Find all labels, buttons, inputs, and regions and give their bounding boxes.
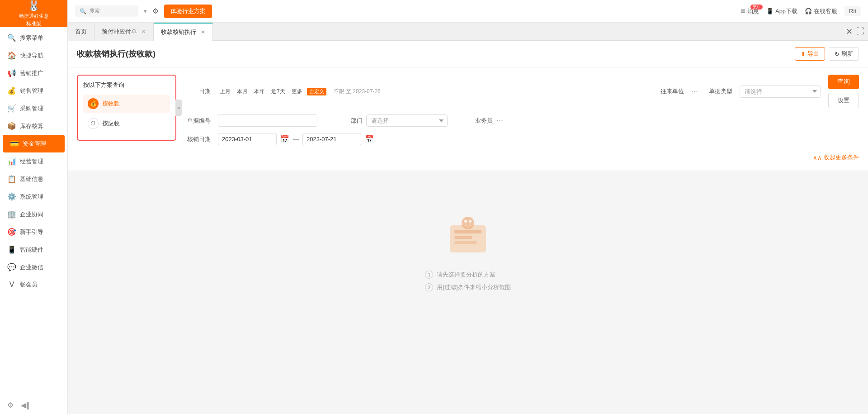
nav-icon-hardware: 📱 [7, 245, 16, 254]
empty-hint-1: 1 请先选择要分析的方案 [425, 271, 510, 279]
date-7days[interactable]: 近7天 [269, 87, 287, 96]
dropdown-icon[interactable]: ▾ [144, 8, 147, 14]
tabbar-expand-icon[interactable]: ⛶ [856, 27, 864, 36]
svg-rect-1 [454, 230, 481, 233]
sidebar-item-basic[interactable]: 📋基础信息 [0, 170, 67, 188]
collapse-more-label: 收起更多条件 [824, 153, 859, 162]
settings-button[interactable]: 设置 [828, 93, 859, 108]
sidebar-item-enterprise[interactable]: 🏢企业协同 [0, 205, 67, 223]
service-icon: 🎧 [805, 8, 812, 14]
date-more[interactable]: 更多 [290, 87, 304, 96]
filter-option-by-payable[interactable]: ⏱ 按应收 [83, 114, 170, 133]
collapse-more-btn[interactable]: ∧∧ 收起更多条件 [184, 152, 859, 163]
nav-icon-inventory: 📦 [7, 122, 16, 130]
hint-num-2: 2 [425, 283, 433, 291]
nav-label-marketing: 营销推广 [20, 69, 43, 77]
nav-icon-guide: 🎯 [7, 228, 16, 236]
date-shortcuts: 上月 本月 本年 近7天 更多 自定义 [218, 87, 326, 96]
sidebar-item-inventory[interactable]: 📦库存核算 [0, 117, 67, 135]
hint-2-text: 用[过滤]条件来缩小分析范围 [437, 283, 510, 291]
nav-label-inventory: 库存核算 [20, 122, 43, 130]
search-icon: 🔍 [80, 8, 86, 14]
hint-num-1: 1 [425, 271, 433, 279]
sidebar-item-guide[interactable]: 🎯新手引导 [0, 223, 67, 241]
sidebar-item-marketing[interactable]: 📢营销推广 [0, 64, 67, 82]
message-button[interactable]: ✉ 消息 99+ [741, 7, 759, 15]
message-icon: ✉ [741, 8, 745, 14]
nav-label-system: 系统管理 [20, 193, 43, 201]
topbar-search[interactable]: 🔍 搜索 [75, 5, 138, 17]
tab-prepay-close[interactable]: ✕ [142, 29, 146, 35]
search-placeholder: 搜索 [89, 7, 100, 15]
sidebar-item-finance[interactable]: 💳资金管理 [3, 135, 65, 152]
date-last-month[interactable]: 上月 [218, 87, 232, 96]
app-download-button[interactable]: 📱 App下载 [766, 7, 797, 15]
filter-collapse-button[interactable]: « [175, 100, 182, 116]
svg-point-5 [464, 220, 467, 223]
tabbar-actions: ✕ ⛶ [846, 27, 868, 37]
nav-icon-system: ⚙️ [7, 192, 16, 201]
writeoff-start-input[interactable] [218, 133, 277, 145]
counterpart-dots[interactable]: ··· [691, 87, 698, 96]
nav-label-search: 搜索菜单 [20, 34, 43, 42]
settings-icon[interactable]: ⚙ [7, 401, 14, 409]
end-calendar-icon[interactable]: 📅 [365, 135, 374, 143]
writeoff-end-input[interactable] [302, 133, 361, 145]
main-area: 🔍 搜索 ▾ ⚙ 体验行业方案 ✉ 消息 99+ 📱 App下载 🎧 在线客服 … [68, 0, 868, 414]
tab-home[interactable]: 首页 [68, 23, 94, 41]
sidebar-item-search[interactable]: 🔍搜索菜单 [0, 29, 67, 47]
sidebar-item-operations[interactable]: 📊经营管理 [0, 152, 67, 170]
sidebar-collapse-btn[interactable]: ◀‖ [21, 401, 30, 409]
refresh-button[interactable]: ↻ 刷新 [829, 47, 859, 61]
nav-icon-operations: 📊 [7, 157, 16, 166]
nav-label-purchase: 采购管理 [20, 105, 43, 113]
start-calendar-icon[interactable]: 📅 [280, 135, 289, 143]
tab-prepay[interactable]: 预付冲应付单 ✕ [94, 23, 154, 41]
sidebar: 🐰 畅捷通好生意 标准版 🔍搜索菜单🏠快捷导航📢营销推广💰销售管理🛒采购管理📦库… [0, 0, 68, 414]
export-button[interactable]: ⬆ 导出 [795, 47, 825, 61]
doc-type-label: 单据类型 [705, 87, 732, 95]
query-button[interactable]: 查询 [828, 75, 859, 89]
logo-icon: 🐰 [28, 0, 40, 12]
sidebar-item-quick-nav[interactable]: 🏠快捷导航 [0, 47, 67, 64]
nav-label-operations: 经营管理 [20, 157, 43, 166]
tabbar-close-icon[interactable]: ✕ [846, 27, 853, 37]
nav-icon-marketing: 📢 [7, 69, 16, 77]
service-button[interactable]: 🎧 在线客服 [805, 7, 837, 15]
nav-label-basic: 基础信息 [20, 175, 43, 183]
user-menu[interactable]: Rit [844, 6, 861, 16]
sidebar-item-purchase[interactable]: 🛒采购管理 [0, 100, 67, 117]
filter-option-by-receipt[interactable]: 💰 按收款 [83, 95, 170, 113]
nav-icon-enterprise: 🏢 [7, 210, 16, 219]
date-this-year[interactable]: 本年 [252, 87, 267, 96]
staff-dots[interactable]: ··· [496, 116, 503, 125]
sidebar-item-member[interactable]: V畅会员 [0, 276, 67, 293]
payable-icon: ⏱ [88, 118, 99, 129]
topbar-gear-icon[interactable]: ⚙ [152, 7, 159, 15]
sidebar-item-wechat[interactable]: 💬企业微信 [0, 258, 67, 276]
date-custom-badge[interactable]: 自定义 [307, 88, 326, 95]
collapse-up-icon: ∧∧ [813, 154, 822, 161]
doc-type-select[interactable]: 请选择 [740, 86, 821, 98]
tab-receipt-label: 收款核销执行 [161, 28, 196, 36]
sidebar-item-system[interactable]: ⚙️系统管理 [0, 188, 67, 205]
sidebar-item-sales[interactable]: 💰销售管理 [0, 82, 67, 100]
svg-rect-2 [454, 236, 472, 239]
date-this-month[interactable]: 本月 [235, 87, 250, 96]
tab-receipt-close[interactable]: ✕ [201, 29, 205, 35]
nav-icon-quick-nav: 🏠 [7, 51, 16, 60]
nav-label-finance: 资金管理 [23, 140, 46, 148]
app-name: 畅捷通好生意 [19, 13, 49, 19]
tabbar: 首页 预付冲应付单 ✕ 收款核销执行 ✕ ✕ ⛶ [68, 23, 868, 41]
refresh-icon: ↻ [835, 51, 840, 57]
doc-no-input[interactable] [218, 114, 317, 127]
filter-sidebar: 按以下方案查询 💰 按收款 ⏱ 按应收 « [77, 75, 176, 163]
solution-button[interactable]: 体验行业方案 [164, 5, 212, 18]
receipt-icon: 💰 [88, 98, 99, 109]
tab-home-label: 首页 [75, 28, 87, 36]
dept-select[interactable]: 请选择 [366, 114, 448, 127]
filter-by-receipt-label: 按收款 [102, 100, 120, 108]
tab-receipt[interactable]: 收款核销执行 ✕ [154, 23, 213, 41]
sidebar-item-hardware[interactable]: 📱智能硬件 [0, 241, 67, 258]
nav-label-enterprise: 企业协同 [20, 210, 43, 219]
